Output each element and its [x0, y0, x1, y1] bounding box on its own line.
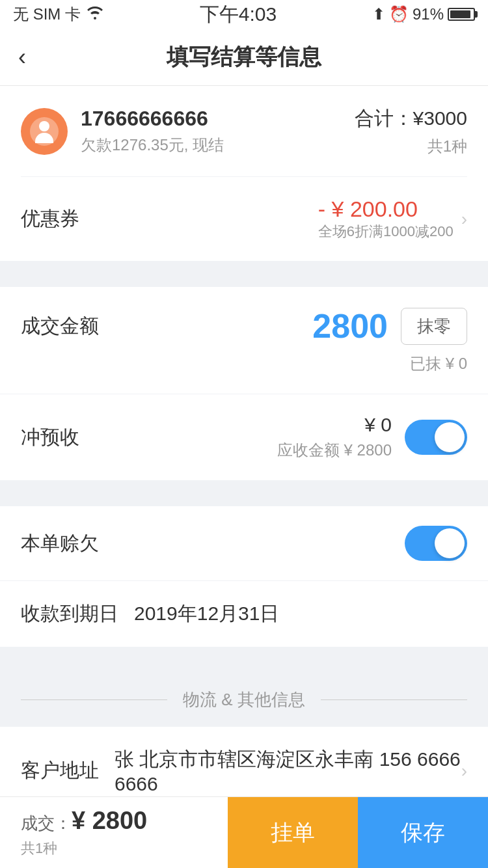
- logistics-line-right: [321, 699, 467, 700]
- customer-left: 17666666666 欠款1276.35元, 现结: [21, 107, 224, 156]
- precollect-sub: 应收金额 ¥ 2800: [277, 440, 392, 461]
- precollect-amount: ¥ 0 应收金额 ¥ 2800: [277, 414, 392, 461]
- bottom-deal-label: 成交：¥ 2800: [21, 807, 207, 835]
- wifi-icon: [86, 5, 104, 23]
- amount-sub: 已抹 ¥ 0: [21, 353, 467, 374]
- address-chevron-icon: ›: [461, 761, 467, 781]
- status-bar: 无 SIM 卡 下午4:03 ⬆ ⏰ 91%: [0, 0, 488, 29]
- page-title: 填写结算等信息: [167, 42, 321, 72]
- carrier-text: 无 SIM 卡: [13, 4, 81, 25]
- precollect-row: 冲预收 ¥ 0 应收金额 ¥ 2800: [0, 394, 488, 480]
- logistics-header: 物流 & 其他信息: [0, 673, 488, 727]
- avatar-icon: [30, 117, 59, 146]
- customer-row: 17666666666 欠款1276.35元, 现结 合计：¥3000 共1种: [0, 86, 488, 176]
- debt-card: 本单赊欠 收款到期日 2019年12月31日: [0, 506, 488, 647]
- address-value: 张 北京市市辖区海淀区永丰南 156 6666 6666: [115, 746, 461, 795]
- customer-sub: 欠款1276.35元, 现结: [81, 135, 224, 156]
- battery-icon: [448, 8, 475, 21]
- total-amount: ¥3000: [413, 107, 467, 129]
- customer-right: 合计：¥3000 共1种: [355, 105, 467, 157]
- chevron-right-icon: ›: [461, 209, 467, 230]
- logistics-line-left: [21, 699, 167, 700]
- section-gap-1: [0, 274, 488, 287]
- amount-value: 2800: [312, 306, 388, 346]
- status-left: 无 SIM 卡: [13, 4, 104, 25]
- coupon-amount: - ¥ 200.00: [318, 197, 454, 222]
- amount-card: 成交金额 2800 抹零 已抹 ¥ 0 冲预收 ¥ 0 应收金额 ¥ 2800: [0, 287, 488, 480]
- amount-section: 成交金额 2800 抹零 已抹 ¥ 0: [0, 287, 488, 394]
- debt-toggle-knob: [435, 528, 465, 558]
- hold-button[interactable]: 挂单: [228, 797, 358, 869]
- debt-label: 本单赊欠: [21, 530, 99, 557]
- status-right: ⬆ ⏰ 91%: [372, 5, 475, 23]
- total-label: 合计：: [355, 107, 413, 129]
- logistics-title: 物流 & 其他信息: [183, 688, 305, 711]
- avatar: [21, 108, 68, 155]
- amount-row: 成交金额 2800 抹零: [21, 306, 467, 346]
- debt-row: 本单赊欠: [0, 506, 488, 580]
- duedate-value: 2019年12月31日: [134, 601, 279, 627]
- debt-toggle[interactable]: [405, 526, 467, 561]
- bottom-summary: 成交：¥ 2800 共1种: [0, 807, 228, 858]
- bottom-count: 共1种: [21, 839, 207, 858]
- status-time: 下午4:03: [200, 1, 277, 28]
- amount-right: 2800 抹零: [312, 306, 467, 346]
- customer-count: 共1种: [355, 136, 467, 157]
- customer-card: 17666666666 欠款1276.35元, 现结 合计：¥3000 共1种 …: [0, 86, 488, 261]
- coupon-desc: 全场6折满1000减200: [318, 222, 454, 241]
- save-button[interactable]: 保存: [358, 797, 488, 869]
- content: 17666666666 欠款1276.35元, 现结 合计：¥3000 共1种 …: [0, 86, 488, 868]
- coupon-label: 优惠券: [21, 206, 79, 232]
- coupon-right: - ¥ 200.00 全场6折满1000减200 ›: [318, 197, 467, 241]
- precollect-main: ¥ 0: [277, 414, 392, 436]
- battery-percent: 91%: [413, 5, 444, 23]
- coupon-info: - ¥ 200.00 全场6折满1000减200: [318, 197, 454, 241]
- bottom-bar: 成交：¥ 2800 共1种 挂单 保存: [0, 796, 488, 868]
- coupon-row[interactable]: 优惠券 - ¥ 200.00 全场6折满1000减200 ›: [0, 177, 488, 261]
- customer-info: 17666666666 欠款1276.35元, 现结: [81, 107, 224, 156]
- round-button[interactable]: 抹零: [401, 308, 467, 345]
- section-gap-2: [0, 493, 488, 506]
- precollect-label: 冲预收: [21, 424, 79, 451]
- location-icon: ⬆: [372, 5, 385, 23]
- duedate-row: 收款到期日 2019年12月31日: [0, 580, 488, 647]
- precollect-right: ¥ 0 应收金额 ¥ 2800: [277, 414, 467, 461]
- toggle-knob: [435, 422, 465, 452]
- bottom-amount: ¥ 2800: [72, 807, 147, 834]
- amount-label: 成交金额: [21, 313, 99, 340]
- address-label: 客户地址: [21, 757, 99, 784]
- duedate-label: 收款到期日: [21, 601, 118, 627]
- alarm-icon: ⏰: [389, 5, 409, 23]
- customer-total: 合计：¥3000: [355, 105, 467, 132]
- back-button[interactable]: ‹: [18, 44, 26, 71]
- section-gap-3: [0, 660, 488, 673]
- precollect-toggle[interactable]: [405, 420, 467, 455]
- nav-bar: ‹ 填写结算等信息: [0, 29, 488, 86]
- customer-phone: 17666666666: [81, 107, 224, 131]
